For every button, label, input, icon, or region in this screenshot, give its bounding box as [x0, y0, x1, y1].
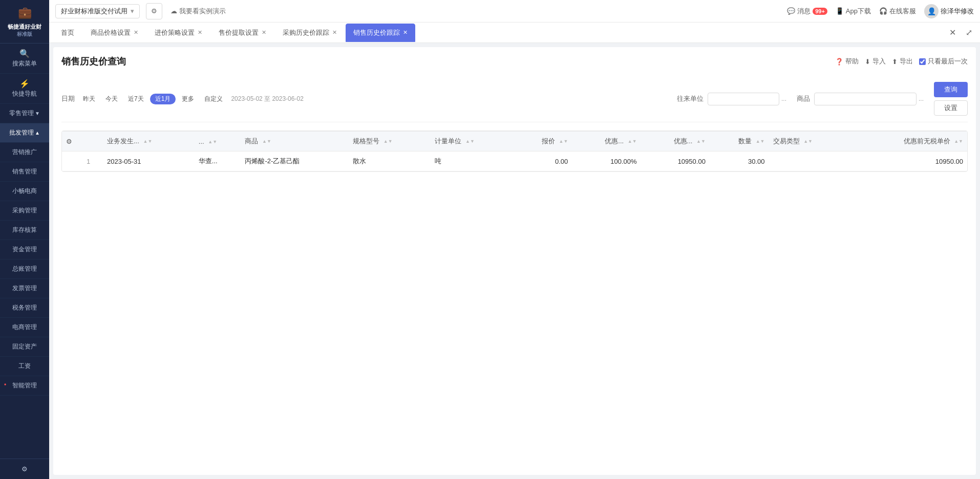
tab-purchase-history-close[interactable]: ✕	[332, 29, 337, 36]
sidebar: 💼 畅捷通好业财 标准版 🔍 搜索菜单 ⚡ 快捷导航 零售管理 ▼ 批发管理 ▲…	[0, 0, 49, 479]
tab-price-extract-close[interactable]: ✕	[262, 29, 266, 36]
tab-purchase-strategy[interactable]: 进价策略设置 ✕	[147, 24, 210, 42]
col-price[interactable]: 报价 ▲▼	[513, 132, 572, 151]
date-option-today[interactable]: 今天	[101, 94, 122, 104]
only-last-checkbox-label[interactable]: 只看最后一次	[919, 57, 968, 66]
query-btn[interactable]: 查询	[934, 82, 968, 97]
col-unit[interactable]: 计量单位 ▲▼	[431, 132, 513, 151]
query-actions: 查询 设置	[934, 82, 968, 116]
partner-filter-group: 往来单位 ...	[677, 93, 786, 105]
qty-sort-icon: ▲▼	[756, 139, 765, 144]
sidebar-item-payroll[interactable]: 工资	[0, 357, 49, 376]
col-date[interactable]: 业务发生... ▲▼	[103, 132, 195, 151]
product-more-btn[interactable]: ...	[919, 95, 924, 102]
date-sort-icon: ▲▼	[143, 139, 152, 144]
sidebar-item-finance[interactable]: 资金管理	[0, 240, 49, 259]
message-btn[interactable]: 💬 消息 99+	[787, 7, 827, 16]
date-option-custom[interactable]: 自定义	[200, 94, 227, 104]
table-header: ⚙ 业务发生... ▲▼ ... ▲▼ 商品 ▲▼	[62, 132, 967, 151]
sidebar-item-inventory[interactable]: 库存核算	[0, 221, 49, 240]
tab-sales-history-close[interactable]: ✕	[403, 29, 408, 36]
sidebar-item-tax[interactable]: 税务管理	[0, 298, 49, 318]
sidebar-item-sales[interactable]: 销售管理	[0, 162, 49, 182]
top-bar-right: 💬 消息 99+ 📱 App下载 🎧 在线客服 👤 徐泽华修改	[787, 4, 974, 18]
import-link[interactable]: ⬇ 导入	[865, 57, 886, 66]
tab-sales-history[interactable]: 销售历史价跟踪 ✕	[346, 24, 415, 42]
sidebar-item-purchase[interactable]: 采购管理	[0, 201, 49, 221]
page-title: 销售历史价查询	[61, 55, 126, 68]
mobile-icon: 📱	[836, 7, 844, 15]
data-table: ⚙ 业务发生... ▲▼ ... ▲▼ 商品 ▲▼	[62, 131, 967, 171]
col-trade-type[interactable]: 交易类型 ▲▼	[769, 132, 851, 151]
unit-sort-icon: ▲▼	[465, 139, 475, 144]
col-extra[interactable]: ... ▲▼	[195, 132, 241, 151]
export-link[interactable]: ⬆ 导出	[892, 57, 913, 66]
tab-close-btn[interactable]: ✕	[945, 26, 960, 40]
tab-price-extract[interactable]: 售价提取设置 ✕	[211, 24, 274, 42]
config-icon: ⚙	[151, 7, 157, 15]
sidebar-item-quicknav[interactable]: ⚡ 快捷导航	[0, 74, 49, 104]
col-pretax-price[interactable]: 优惠前无税单价 ▲▼	[851, 132, 967, 151]
tab-price-settings-close[interactable]: ✕	[134, 29, 138, 36]
sidebar-item-marketing[interactable]: 营销推广	[0, 143, 49, 162]
date-option-more[interactable]: 更多	[178, 94, 198, 104]
sidebar-item-ecommerce-small[interactable]: 小畅电商	[0, 182, 49, 201]
col-spec[interactable]: 规格型号 ▲▼	[349, 132, 431, 151]
row-product: 丙烯酸-2-乙基己酯	[241, 151, 349, 171]
tab-price-settings[interactable]: 商品价格设置 ✕	[83, 24, 146, 42]
date-option-last1m[interactable]: 近1月	[150, 94, 176, 104]
date-option-yesterday[interactable]: 昨天	[79, 94, 99, 104]
price-sort-icon: ▲▼	[559, 139, 568, 144]
row-gear[interactable]	[62, 151, 82, 171]
row-date: 2023-05-31	[103, 151, 195, 171]
row-unit: 吨	[431, 151, 513, 171]
col-qty[interactable]: 数量 ▲▼	[710, 132, 769, 151]
settings-btn[interactable]: 设置	[934, 100, 968, 116]
company-selector[interactable]: 好业财标准版交付试用 ▾	[55, 4, 140, 18]
sidebar-item-wholesale[interactable]: 批发管理 ▲	[0, 123, 49, 143]
product-sort-icon: ▲▼	[262, 139, 271, 144]
app-download-btn[interactable]: 📱 App下载	[836, 7, 871, 16]
row-pretax-price: 10950.00	[851, 151, 967, 171]
settings-icon: ⚙	[22, 465, 28, 473]
top-bar: 好业财标准版交付试用 ▾ ⚙ ☁ 我要看实例演示 💬 消息 99+ 📱 App下…	[49, 0, 980, 23]
sidebar-item-ecommerce[interactable]: 电商管理	[0, 318, 49, 337]
row-trade-type	[769, 151, 851, 171]
sidebar-item-smart[interactable]: 智能管理	[0, 376, 49, 396]
sidebar-item-invoice[interactable]: 发票管理	[0, 279, 49, 298]
avatar: 👤	[924, 4, 939, 18]
help-link[interactable]: ❓ 帮助	[835, 57, 859, 66]
tab-home[interactable]: 首页	[53, 24, 82, 42]
col-index	[82, 132, 103, 151]
sidebar-item-search[interactable]: 🔍 搜索菜单	[0, 43, 49, 74]
date-label: 日期	[61, 94, 75, 103]
wholesale-icon: 批发管理	[9, 128, 34, 137]
date-option-last7[interactable]: 近7天	[124, 94, 148, 104]
col-discount-amt[interactable]: 优惠... ▲▼	[641, 132, 710, 151]
sidebar-item-ledger[interactable]: 总账管理	[0, 259, 49, 279]
product-input[interactable]	[814, 93, 917, 105]
col-discount-rate[interactable]: 优惠... ▲▼	[572, 132, 641, 151]
tab-maximize-btn[interactable]: ⤢	[962, 26, 976, 40]
tab-purchase-strategy-close[interactable]: ✕	[198, 29, 202, 36]
sidebar-settings-btn[interactable]: ⚙	[0, 459, 49, 479]
user-info[interactable]: 👤 徐泽华修改	[924, 4, 974, 18]
col-product[interactable]: 商品 ▲▼	[241, 132, 349, 151]
config-btn[interactable]: ⚙	[146, 3, 162, 19]
app-version: 标准版	[4, 31, 45, 38]
tab-bar: 首页 商品价格设置 ✕ 进价策略设置 ✕ 售价提取设置 ✕ 采购历史价跟踪 ✕ …	[49, 23, 980, 43]
sidebar-item-retail[interactable]: 零售管理 ▼	[0, 104, 49, 123]
demo-link[interactable]: ☁ 我要看实例演示	[171, 7, 226, 16]
only-last-checkbox[interactable]	[919, 58, 926, 65]
wholesale-arrow: ▲	[35, 130, 40, 136]
filter-bar: 日期 昨天 今天 近7天 近1月 更多 自定义 2023-05-02 至 202…	[61, 76, 968, 122]
table-body: 1 2023-05-31 华查... 丙烯酸-2-乙基己酯 散水 吨 0.00 …	[62, 151, 967, 171]
online-service-btn[interactable]: 🎧 在线客服	[879, 7, 916, 16]
partner-input[interactable]	[708, 93, 779, 105]
col-gear[interactable]: ⚙	[62, 132, 82, 151]
row-index: 1	[82, 151, 103, 171]
main-area: 好业财标准版交付试用 ▾ ⚙ ☁ 我要看实例演示 💬 消息 99+ 📱 App下…	[49, 0, 980, 479]
sidebar-item-fixed-assets[interactable]: 固定资产	[0, 337, 49, 357]
tab-purchase-history[interactable]: 采购历史价跟踪 ✕	[275, 24, 345, 42]
partner-more-btn[interactable]: ...	[781, 95, 786, 102]
